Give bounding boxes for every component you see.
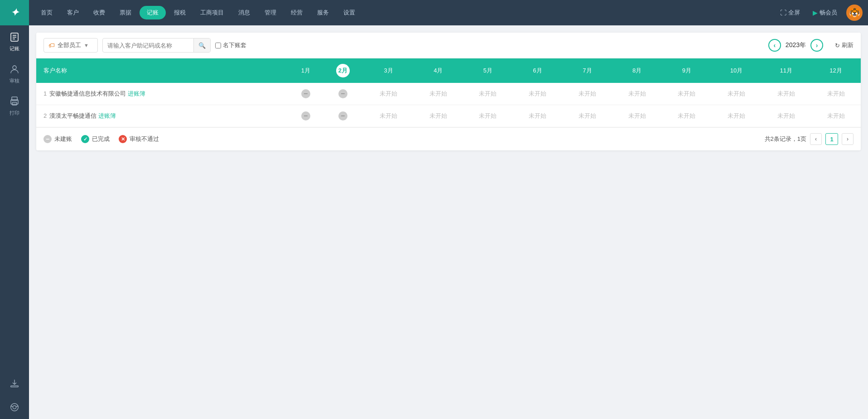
staff-filter[interactable]: 🏷 全部员工 ▼: [43, 38, 98, 53]
active-month-circle: 2月: [336, 64, 350, 77]
legend-label-not-built: 未建账: [54, 135, 72, 143]
cell-m2: −: [322, 83, 364, 105]
cell-m3: 未开始: [364, 105, 414, 127]
legend-dot-red: ✕: [119, 135, 127, 143]
svg-rect-5: [12, 97, 17, 101]
legend-dash-icon: −: [46, 135, 49, 143]
cell-m4: 未开始: [413, 83, 463, 105]
nav-tax[interactable]: 报税: [168, 6, 192, 19]
sidebar-item-audit[interactable]: 审核: [0, 58, 29, 90]
search-button[interactable]: 🔍: [193, 39, 210, 52]
refresh-label: 刷新: [842, 41, 854, 49]
enter-ledger-link[interactable]: 进账簿: [98, 112, 116, 119]
svg-point-4: [13, 66, 16, 69]
table-row: 2漠漠太平畅捷通信 进账簿−−未开始未开始未开始未开始未开始未开始未开始未开始未…: [36, 105, 861, 127]
not-started-label: 未开始: [728, 90, 745, 97]
status-dot: −: [301, 89, 310, 98]
search-wrap: 🔍: [102, 38, 211, 53]
table-body: 1安徽畅捷通信息技术有限公司 进账簿−−未开始未开始未开始未开始未开始未开始未开…: [36, 83, 861, 127]
topnav: 首页 客户 收费 票据 记账 报税 工商项目 消息 管理 经营 服务 设置 ⛶ …: [29, 0, 868, 25]
nav-billing[interactable]: 收费: [87, 6, 111, 19]
search-input[interactable]: [103, 42, 193, 49]
current-page[interactable]: 1: [825, 133, 838, 145]
col-header-m4: 4月: [413, 58, 463, 83]
cell-m2: −: [322, 105, 364, 127]
col-header-m5: 5月: [463, 58, 513, 83]
year-display: 2023年: [786, 41, 806, 49]
sidebar-item-ledger[interactable]: 记账: [0, 25, 29, 58]
cell-m7: 未开始: [563, 105, 612, 127]
nav-invoice[interactable]: 票据: [113, 6, 138, 19]
footer: − 未建账 ✓ 已完成 ✕ 审核不通过 共2条记录，1: [36, 127, 861, 150]
legend-dot-gray: −: [43, 135, 52, 143]
nav-ledger[interactable]: 记账: [140, 6, 166, 19]
sidebar-bottom: [0, 372, 29, 419]
cell-m6: 未开始: [513, 83, 563, 105]
nav-operation[interactable]: 经营: [285, 6, 309, 19]
avatar[interactable]: 🐯: [846, 5, 863, 21]
vip-icon: ▶: [813, 9, 818, 16]
nav-right: ⛶ 全屏 ▶ 畅会员 🐯: [776, 5, 863, 21]
svg-point-10: [13, 405, 16, 409]
not-started-label: 未开始: [429, 112, 447, 119]
sidebar-item-support[interactable]: [0, 395, 29, 419]
nav-customer[interactable]: 客户: [61, 6, 85, 19]
nav-business[interactable]: 工商项目: [194, 6, 230, 19]
dropdown-icon: ▼: [84, 43, 89, 48]
refresh-icon: ↻: [835, 42, 840, 49]
refresh-button[interactable]: ↻ 刷新: [835, 41, 854, 49]
prev-page-button[interactable]: ‹: [810, 133, 822, 145]
prev-year-button[interactable]: ‹: [768, 39, 781, 52]
row-num: 2: [43, 112, 47, 119]
cell-name: 2漠漠太平畅捷通信 进账簿: [36, 105, 289, 127]
legend-check-icon: ✓: [83, 136, 87, 142]
not-started-label: 未开始: [628, 90, 646, 97]
customer-name: 安徽畅捷通信息技术有限公司: [49, 90, 126, 97]
staff-filter-label: 全部员工: [58, 41, 81, 49]
col-header-name: 客户名称: [36, 58, 289, 83]
cell-m12: 未开始: [811, 105, 861, 127]
legend-label-rejected: 审核不通过: [130, 135, 159, 143]
legend-completed: ✓ 已完成: [81, 135, 110, 143]
not-started-label: 未开始: [827, 90, 845, 97]
cell-m9: 未开始: [662, 105, 712, 127]
nav-settings[interactable]: 设置: [337, 6, 362, 19]
not-started-label: 未开始: [579, 112, 596, 119]
enter-ledger-link[interactable]: 进账簿: [128, 90, 145, 97]
sidebar-item-print[interactable]: 打印: [0, 90, 29, 122]
nav-home[interactable]: 首页: [34, 6, 59, 19]
cell-m6: 未开始: [513, 105, 563, 127]
next-year-button[interactable]: ›: [810, 39, 823, 52]
not-started-label: 未开始: [529, 90, 546, 97]
col-header-m10: 10月: [712, 58, 762, 83]
my-accounts-checkbox-label[interactable]: 名下账套: [215, 41, 246, 49]
page-area: 🏷 全部员工 ▼ 🔍 名下账套 ‹ 2023年 ›: [29, 25, 868, 419]
staff-icon: 🏷: [48, 42, 55, 49]
my-accounts-checkbox[interactable]: [215, 43, 221, 48]
col-header-m7: 7月: [563, 58, 612, 83]
nav-message[interactable]: 消息: [232, 6, 256, 19]
not-started-label: 未开始: [777, 90, 795, 97]
sidebar-label-print: 打印: [10, 110, 19, 116]
not-started-label: 未开始: [479, 112, 497, 119]
ledger-icon: [7, 31, 22, 43]
col-header-m3: 3月: [364, 58, 414, 83]
next-page-button[interactable]: ›: [842, 133, 854, 145]
not-started-label: 未开始: [827, 112, 845, 119]
svg-rect-8: [11, 386, 19, 387]
cell-m10: 未开始: [712, 83, 762, 105]
sidebar-item-download[interactable]: [0, 372, 29, 395]
not-started-label: 未开始: [529, 112, 546, 119]
toolbar: 🏷 全部员工 ▼ 🔍 名下账套 ‹ 2023年 ›: [36, 33, 861, 58]
col-header-m9: 9月: [662, 58, 712, 83]
nav-manage[interactable]: 管理: [258, 6, 283, 19]
not-started-label: 未开始: [628, 112, 646, 119]
nav-service[interactable]: 服务: [311, 6, 335, 19]
cell-m5: 未开始: [463, 105, 513, 127]
status-dot: −: [338, 111, 347, 120]
vip-button[interactable]: ▶ 畅会员: [809, 7, 841, 19]
legend-rejected: ✕ 审核不通过: [119, 135, 159, 143]
cell-m12: 未开始: [811, 83, 861, 105]
col-header-m11: 11月: [761, 58, 811, 83]
fullscreen-button[interactable]: ⛶ 全屏: [776, 7, 804, 19]
